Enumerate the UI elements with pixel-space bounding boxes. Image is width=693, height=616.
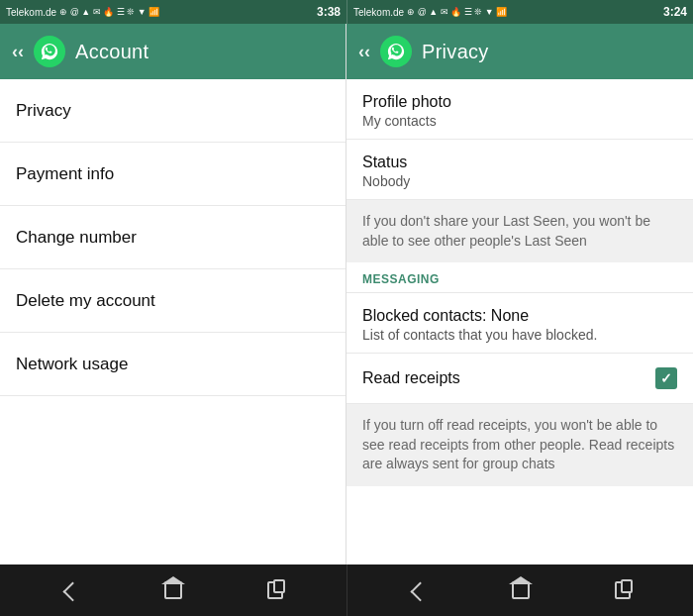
blocked-contacts-subtitle: List of contacts that you have blocked. xyxy=(362,327,677,343)
privacy-app-bar: ‹‹ Privacy xyxy=(346,24,693,79)
nav-back-button-right[interactable] xyxy=(397,568,441,612)
read-receipts-row[interactable]: Read receipts xyxy=(346,354,693,404)
recents-icon-left xyxy=(267,581,283,599)
nav-bar-left xyxy=(0,565,346,616)
menu-item-change-number[interactable]: Change number xyxy=(0,206,346,269)
read-receipts-info-box: If you turn off read receipts, you won't… xyxy=(346,404,693,486)
last-seen-info-box: If you don't share your Last Seen, you w… xyxy=(346,200,693,262)
back-chevron-left[interactable]: ‹‹ xyxy=(12,42,24,62)
time-right: 3:24 xyxy=(663,5,687,19)
status-section[interactable]: Status Nobody xyxy=(346,140,693,200)
nav-home-button-left[interactable] xyxy=(151,568,195,612)
privacy-title: Privacy xyxy=(422,41,489,63)
account-title: Account xyxy=(75,41,148,63)
read-receipts-title: Read receipts xyxy=(362,369,460,387)
profile-photo-subtitle: My contacts xyxy=(362,113,677,129)
messaging-header-text: MESSAGING xyxy=(362,272,440,286)
profile-photo-section[interactable]: Profile photo My contacts xyxy=(346,79,693,140)
left-panel: ‹‹ Account Privacy Payment info Change n… xyxy=(0,24,346,565)
profile-photo-title: Profile photo xyxy=(362,93,677,111)
nav-bar xyxy=(0,565,693,616)
nav-recents-button-right[interactable] xyxy=(601,568,644,612)
nav-home-button-right[interactable] xyxy=(499,568,543,612)
account-app-bar: ‹‹ Account xyxy=(0,24,346,79)
recents-icon-right xyxy=(615,581,631,599)
messaging-section-header: MESSAGING xyxy=(346,262,693,293)
account-menu-list: Privacy Payment info Change number Delet… xyxy=(0,79,346,565)
home-icon-left xyxy=(164,581,182,599)
status-bar: Telekom.de ⊕ @ ▲ ✉ 🔥 ☰ ❊ ▼ 📶 3:38 Teleko… xyxy=(0,0,693,24)
carrier-right: Telekom.de xyxy=(353,7,404,18)
nav-recents-button-left[interactable] xyxy=(253,568,297,612)
sb-icons-left: ⊕ @ ▲ ✉ 🔥 ☰ ❊ ▼ 📶 xyxy=(59,7,159,17)
status-bar-left: Telekom.de ⊕ @ ▲ ✉ 🔥 ☰ ❊ ▼ 📶 3:38 xyxy=(0,0,346,24)
blocked-contacts-title: Blocked contacts: None xyxy=(362,307,677,325)
read-receipts-checkbox[interactable] xyxy=(655,367,677,389)
whatsapp-logo-left xyxy=(34,36,65,67)
home-icon-right xyxy=(512,581,530,599)
blocked-contacts-section[interactable]: Blocked contacts: None List of contacts … xyxy=(346,293,693,354)
menu-item-privacy[interactable]: Privacy xyxy=(0,79,346,143)
sb-left-carrier: Telekom.de ⊕ @ ▲ ✉ 🔥 ☰ ❊ ▼ 📶 xyxy=(6,7,159,18)
back-icon-left xyxy=(62,582,82,602)
main-area: ‹‹ Account Privacy Payment info Change n… xyxy=(0,24,693,565)
status-bar-right: Telekom.de ⊕ @ ▲ ✉ 🔥 ☰ ❊ ▼ 📶 3:24 xyxy=(346,0,693,24)
read-receipts-info-text: If you turn off read receipts, you won't… xyxy=(362,417,674,471)
whatsapp-logo-right xyxy=(380,36,412,67)
menu-item-payment-info[interactable]: Payment info xyxy=(0,143,346,206)
back-chevron-right[interactable]: ‹‹ xyxy=(358,42,370,62)
time-left: 3:38 xyxy=(317,5,341,19)
nav-back-button-left[interactable] xyxy=(50,568,93,612)
back-icon-right xyxy=(410,582,430,602)
carrier-left: Telekom.de xyxy=(6,7,56,18)
status-title: Status xyxy=(362,154,677,171)
sb-right-carrier: Telekom.de ⊕ @ ▲ ✉ 🔥 ☰ ❊ ▼ 📶 xyxy=(353,7,507,18)
menu-item-delete-account[interactable]: Delete my account xyxy=(0,269,346,333)
nav-bar-right xyxy=(346,565,693,616)
menu-item-network-usage[interactable]: Network usage xyxy=(0,333,346,396)
sb-icons-right: ⊕ @ ▲ ✉ 🔥 ☰ ❊ ▼ 📶 xyxy=(407,7,507,17)
privacy-content: Profile photo My contacts Status Nobody … xyxy=(346,79,693,565)
right-panel: ‹‹ Privacy Profile photo My contacts Sta… xyxy=(346,24,693,565)
status-subtitle: Nobody xyxy=(362,173,677,189)
last-seen-info-text: If you don't share your Last Seen, you w… xyxy=(362,213,650,249)
